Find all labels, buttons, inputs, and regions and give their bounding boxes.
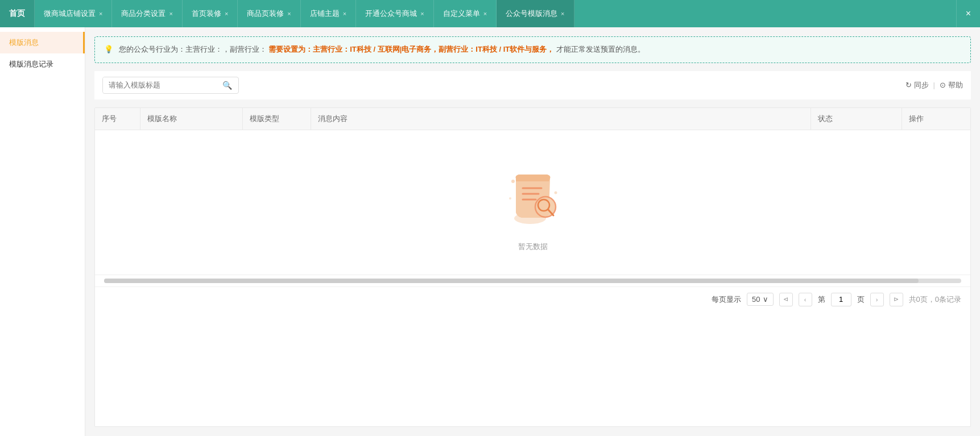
search-input[interactable]	[103, 77, 217, 93]
close-all-tabs-button[interactable]: ×	[956, 0, 980, 27]
nav-item-template-msg[interactable]: 公众号模版消息 ×	[497, 0, 574, 27]
nav-template-msg-close[interactable]: ×	[561, 10, 564, 17]
nav-category-setting-close[interactable]: ×	[169, 10, 172, 17]
actions-divider: |	[933, 81, 935, 89]
help-icon: ⊙	[940, 81, 946, 89]
sidebar-template-msg-record-label: 模版消息记录	[9, 60, 53, 68]
nav-shop-setting-label: 微商城店铺设置	[44, 9, 96, 19]
nav-open-mall-close[interactable]: ×	[420, 10, 424, 17]
nav-shop-setting-close[interactable]: ×	[99, 10, 102, 17]
page-unit: 页	[857, 294, 865, 305]
nav-item-open-mall[interactable]: 开通公众号商城 ×	[356, 0, 433, 27]
col-type: 模版类型	[243, 108, 311, 130]
table-header: 序号 模版名称 模版类型 消息内容 状态 操作	[95, 108, 970, 130]
nav-item-home-decor[interactable]: 首页装修 ×	[183, 0, 238, 27]
nav-product-decor-close[interactable]: ×	[287, 10, 291, 17]
nav-shop-theme-label: 店铺主题	[310, 9, 340, 19]
prev-page-button[interactable]: ‹	[799, 293, 812, 306]
help-label: 帮助	[948, 80, 963, 90]
col-name: 模版名称	[140, 108, 243, 130]
sidebar-item-template-msg[interactable]: 模版消息	[0, 32, 85, 53]
scrollbar-track[interactable]	[104, 279, 961, 283]
notice-text-prefix: 您的公众号行业为：主营行业：，副营行业：	[119, 45, 267, 53]
last-page-button[interactable]: ⊳	[890, 293, 903, 306]
search-actions: ↻ 同步 | ⊙ 帮助	[905, 80, 963, 90]
pagination: 每页显示 50 ∨ ⊲ ‹ 第 页 › ⊳ 共0页，0条记录	[95, 286, 970, 312]
first-page-button[interactable]: ⊲	[779, 293, 793, 306]
nav-home-decor-label: 首页装修	[192, 9, 221, 19]
page-label: 第	[818, 294, 825, 305]
nav-category-setting-label: 商品分类设置	[121, 9, 166, 19]
per-page-chevron-icon: ∨	[763, 295, 768, 304]
per-page-value: 50	[752, 295, 760, 304]
next-page-button[interactable]: ›	[870, 293, 884, 306]
nav-item-home[interactable]: 首页	[0, 0, 35, 27]
svg-point-8	[554, 191, 557, 194]
nav-template-msg-label: 公众号模版消息	[506, 9, 557, 19]
nav-item-product-decor[interactable]: 商品页装修 ×	[238, 0, 300, 27]
svg-point-9	[509, 197, 511, 200]
col-content: 消息内容	[311, 108, 811, 130]
sync-icon: ↻	[905, 81, 912, 89]
nav-shop-theme-close[interactable]: ×	[343, 10, 346, 17]
nav-home-label: 首页	[9, 9, 25, 19]
col-seq: 序号	[95, 108, 140, 130]
nav-item-category-setting[interactable]: 商品分类设置 ×	[112, 0, 182, 27]
empty-state: 暂无数据	[95, 130, 970, 275]
data-table: 序号 模版名称 模版类型 消息内容 状态 操作	[94, 107, 971, 427]
sidebar-template-msg-label: 模版消息	[9, 38, 39, 47]
search-input-wrapper: 🔍	[102, 77, 239, 94]
svg-point-7	[511, 180, 515, 183]
sidebar: 模版消息 模版消息记录	[0, 27, 85, 436]
nav-product-decor-label: 商品页装修	[247, 9, 284, 19]
nav-custom-menu-close[interactable]: ×	[483, 10, 487, 17]
search-bar: 🔍 ↻ 同步 | ⊙ 帮助	[94, 71, 971, 99]
search-button[interactable]: 🔍	[217, 77, 238, 93]
notice-box: 💡 您的公众号行业为：主营行业：，副营行业： 需要设置为：主营行业：IT科技 /…	[94, 36, 971, 63]
per-page-label: 每页显示	[712, 294, 741, 305]
notice-highlight: 需要设置为：主营行业：IT科技 / 互联网|电子商务，副营行业：IT科技 / I…	[268, 45, 554, 53]
total-info: 共0页，0条记录	[909, 294, 961, 305]
help-button[interactable]: ⊙ 帮助	[940, 80, 963, 90]
nav-home-decor-close[interactable]: ×	[225, 10, 228, 17]
notice-text-suffix: 才能正常发送预置的消息。	[556, 45, 645, 53]
empty-icon	[499, 164, 567, 232]
sidebar-item-template-msg-record[interactable]: 模版消息记录	[0, 53, 85, 75]
nav-item-shop-theme[interactable]: 店铺主题 ×	[301, 0, 356, 27]
nav-item-shop-setting[interactable]: 微商城店铺设置 ×	[35, 0, 112, 27]
nav-custom-menu-label: 自定义菜单	[443, 9, 480, 19]
sync-label: 同步	[914, 80, 929, 90]
sync-button[interactable]: ↻ 同步	[905, 80, 929, 90]
nav-item-custom-menu[interactable]: 自定义菜单 ×	[434, 0, 497, 27]
content-area: 💡 您的公众号行业为：主营行业：，副营行业： 需要设置为：主营行业：IT科技 /…	[85, 27, 980, 436]
empty-text: 暂无数据	[518, 242, 548, 252]
col-status: 状态	[811, 108, 902, 130]
top-navigation: 首页 微商城店铺设置 × 商品分类设置 × 首页装修 × 商品页装修 × 店铺主…	[0, 0, 980, 27]
notice-icon: 💡	[104, 45, 113, 53]
horizontal-scrollbar[interactable]	[95, 275, 970, 286]
per-page-select[interactable]: 50 ∨	[747, 293, 773, 306]
main-layout: 模版消息 模版消息记录 💡 您的公众号行业为：主营行业：，副营行业： 需要设置为…	[0, 27, 980, 436]
col-action: 操作	[902, 108, 970, 130]
nav-open-mall-label: 开通公众号商城	[365, 9, 417, 19]
page-number-input[interactable]	[831, 293, 851, 306]
scrollbar-thumb	[104, 279, 919, 283]
